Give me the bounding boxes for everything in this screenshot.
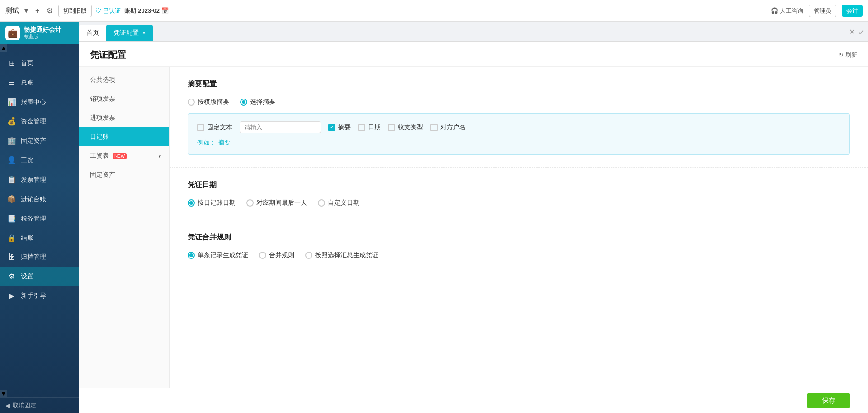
date-option-custom[interactable]: 自定义日期 <box>318 199 359 207</box>
sidebar-scroll-up-btn[interactable]: ▲ <box>0 44 7 52</box>
sidebar-item-close[interactable]: 🔒 结账 <box>0 228 79 248</box>
config-nav-journal[interactable]: 日记账 <box>79 127 169 146</box>
sidebar-item-tax[interactable]: 📑 税务管理 <box>0 209 79 228</box>
save-button[interactable]: 保存 <box>807 393 850 408</box>
tab-actions: ✕ ⤢ <box>849 27 864 36</box>
home-icon: ⊞ <box>7 59 16 67</box>
radio-last-day <box>246 199 254 206</box>
sidebar-item-ledger[interactable]: ☰ 总账 <box>0 73 79 92</box>
radio-choose <box>240 99 247 106</box>
radio-custom-date <box>318 199 325 206</box>
workspace-name: 测试 <box>5 6 19 15</box>
sidebar-logo: 💼 畅捷通好会计 专业版 <box>0 22 79 44</box>
tab-bar: 首页 凭证配置 × ✕ ⤢ <box>79 22 868 42</box>
logo-text-block: 畅捷通好会计 专业版 <box>24 26 61 40</box>
shield-icon: 🛡 <box>95 7 101 14</box>
settings-nav-icon: ⚙ <box>7 272 16 281</box>
sidebar-item-label: 设置 <box>21 272 33 281</box>
check-income-type[interactable]: 收支类型 <box>388 123 423 131</box>
sidebar-item-label: 归档管理 <box>21 253 46 261</box>
sidebar-item-sales[interactable]: 📦 进销台账 <box>0 189 79 209</box>
sidebar-item-invoice[interactable]: 📋 发票管理 <box>0 170 79 189</box>
merge-section: 凭证合并规则 单条记录生成凭证 合并规则 <box>170 220 868 272</box>
date-option-journal[interactable]: 按日记账日期 <box>188 199 236 207</box>
summary-option-choose[interactable]: 选择摘要 <box>240 98 275 106</box>
main-layout: 💼 畅捷通好会计 专业版 ▲ ⊞ 首页 ☰ 总账 📊 报表中心 💰 资金管理 <box>0 22 868 413</box>
summary-options-row: 按模版摘要 选择摘要 <box>188 98 850 106</box>
config-main: 摘要配置 按模版摘要 选择摘要 <box>170 67 868 388</box>
sidebar-cancel-pin[interactable]: ◀ 取消固定 <box>0 397 79 413</box>
sidebar-item-label: 总账 <box>21 79 33 87</box>
sidebar-item-label: 工资 <box>21 156 33 164</box>
sidebar-item-assets[interactable]: 🏢 固定资产 <box>0 131 79 150</box>
checkbox-income-type <box>388 124 395 131</box>
settings-icon-btn[interactable]: ⚙ <box>45 5 55 17</box>
date-option-last-day[interactable]: 对应期间最后一天 <box>246 199 307 207</box>
sidebar-item-label: 新手引导 <box>21 292 46 300</box>
header-right: 🎧 人工咨询 管理员 会计 <box>771 5 863 17</box>
sidebar-item-payroll[interactable]: 👤 工资 <box>0 150 79 170</box>
config-nav-public[interactable]: 公共选项 <box>79 70 169 89</box>
config-nav-payroll-table[interactable]: 工资表 NEW ∨ <box>79 146 169 165</box>
sidebar-item-reports[interactable]: 📊 报表中心 <box>0 92 79 112</box>
sidebar-item-label: 进销台账 <box>21 195 46 203</box>
date-options-row: 按日记账日期 对应期间最后一天 自定义日期 <box>188 199 850 207</box>
page-title: 凭证配置 <box>90 49 126 61</box>
headset-icon: 🎧 <box>771 7 778 14</box>
workspace-dropdown-btn[interactable]: ▾ <box>23 5 30 17</box>
fixed-text-input[interactable] <box>240 121 321 133</box>
tab-home[interactable]: 首页 <box>79 25 106 41</box>
tab-close-btn[interactable]: × <box>142 30 146 36</box>
checkbox-counterpart <box>430 124 438 131</box>
tab-voucher-config[interactable]: 凭证配置 × <box>106 25 153 41</box>
summary-panel: 固定文本 ✓ 摘要 日期 <box>188 113 850 155</box>
check-counterpart[interactable]: 对方户名 <box>430 123 466 131</box>
config-nav-purchase-invoice[interactable]: 进项发票 <box>79 108 169 127</box>
content-area: 首页 凭证配置 × ✕ ⤢ 凭证配置 ↻ 刷新 <box>79 22 868 413</box>
page-header: 凭证配置 ↻ 刷新 <box>79 42 868 67</box>
refresh-btn[interactable]: ↻ 刷新 <box>839 51 857 59</box>
close-accounts-icon: 🔒 <box>7 234 16 242</box>
radio-template <box>188 99 195 106</box>
sidebar-item-guide[interactable]: ▶ 新手引导 <box>0 286 79 305</box>
page-content: 凭证配置 ↻ 刷新 公共选项 销项发票 进项发票 <box>79 42 868 413</box>
calendar-icon[interactable]: 📅 <box>161 7 169 14</box>
add-workspace-btn[interactable]: + <box>33 5 41 17</box>
merge-option-rules[interactable]: 合并规则 <box>259 251 294 259</box>
sidebar-item-home[interactable]: ⊞ 首页 <box>0 53 79 73</box>
spacer <box>170 272 868 291</box>
sidebar: 💼 畅捷通好会计 专业版 ▲ ⊞ 首页 ☰ 总账 📊 报表中心 💰 资金管理 <box>0 22 79 413</box>
check-fixed-text[interactable]: 固定文本 <box>197 123 232 131</box>
check-abstract[interactable]: ✓ 摘要 <box>328 123 351 131</box>
logo-text: 畅捷通好会计 <box>24 26 61 33</box>
summary-section: 摘要配置 按模版摘要 选择摘要 <box>170 67 868 168</box>
ledger-icon: ☰ <box>7 78 16 87</box>
radio-summary <box>305 252 312 259</box>
merge-option-summary[interactable]: 按照选择汇总生成凭证 <box>305 251 378 259</box>
user-btn[interactable]: 管理员 <box>809 5 836 17</box>
summary-option-template[interactable]: 按模版摘要 <box>188 98 229 106</box>
sidebar-item-label: 发票管理 <box>21 176 46 184</box>
merge-option-single[interactable]: 单条记录生成凭证 <box>188 251 248 259</box>
sidebar-item-settings[interactable]: ⚙ 设置 <box>0 267 79 286</box>
tab-close-window-btn[interactable]: ✕ <box>849 27 855 36</box>
config-nav-sales-invoice[interactable]: 销项发票 <box>79 89 169 108</box>
invoice-icon: 📋 <box>7 175 16 184</box>
sidebar-scroll-down-btn[interactable]: ▼ <box>0 390 7 397</box>
period-info: 账期 2023-02 📅 <box>124 7 169 15</box>
chevron-down-icon: ∨ <box>158 153 162 159</box>
date-section: 凭证日期 按日记账日期 对应期间最后一天 <box>170 168 868 220</box>
sidebar-item-capital[interactable]: 💰 资金管理 <box>0 112 79 131</box>
consult-btn[interactable]: 🎧 人工咨询 <box>771 7 803 15</box>
summary-fields-row: 固定文本 ✓ 摘要 日期 <box>197 121 840 133</box>
sidebar-item-archive[interactable]: 🗄 归档管理 <box>0 248 79 267</box>
role-btn[interactable]: 会计 <box>842 5 863 17</box>
refresh-icon: ↻ <box>839 52 844 58</box>
config-nav-fixed-assets[interactable]: 固定资产 <box>79 165 169 184</box>
pin-left-icon: ◀ <box>5 402 10 409</box>
switch-old-version-btn[interactable]: 切到旧版 <box>58 5 92 17</box>
top-header: 测试 ▾ + ⚙ 切到旧版 🛡 已认证 账期 2023-02 📅 🎧 人工咨询 … <box>0 0 868 22</box>
tab-maximize-btn[interactable]: ⤢ <box>859 27 864 36</box>
check-date[interactable]: 日期 <box>358 123 381 131</box>
radio-single <box>188 252 195 259</box>
